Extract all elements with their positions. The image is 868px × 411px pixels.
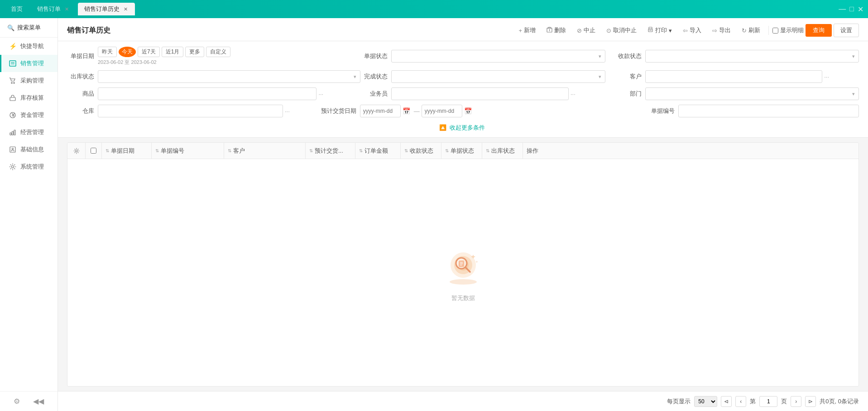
tab-sales-order-history[interactable]: 销售订单历史 ✕: [78, 3, 135, 15]
date-btn-1month[interactable]: 近1月: [162, 47, 184, 57]
search-menu-label: 搜索菜单: [17, 24, 41, 32]
filter-complete-status: 完成状态 ▾: [360, 70, 605, 83]
sales-rep-input[interactable]: [391, 87, 569, 100]
page-number-input[interactable]: [759, 396, 777, 407]
collapse-sidebar-icon[interactable]: ◀◀: [33, 397, 44, 406]
tab-sales-order-close[interactable]: ✕: [63, 6, 70, 12]
th-delivery-label: 预计交货...: [315, 147, 343, 155]
th-amount[interactable]: ⇅ 订单金额: [355, 143, 401, 159]
sidebar-item-operation[interactable]: 经营管理: [0, 124, 58, 141]
th-out-status[interactable]: ⇅ 出库状态: [482, 143, 523, 159]
svg-point-3: [11, 82, 12, 83]
warehouse-input[interactable]: [98, 105, 283, 117]
finance-icon: ¥: [9, 111, 17, 119]
date-btn-custom[interactable]: 自定义: [206, 47, 230, 57]
import-icon: ⇦: [683, 27, 688, 34]
cancel-stop-button[interactable]: ⊙ 取消中止: [602, 24, 641, 37]
th-op-label: 操作: [527, 147, 538, 155]
sidebar-item-quick-nav-label: 快捷导航: [20, 42, 44, 50]
collapse-bar[interactable]: 🔼 收起更多条件: [67, 122, 859, 132]
sidebar-item-system[interactable]: 系统管理: [0, 158, 58, 175]
th-order-no[interactable]: ⇅ 单据编号: [152, 143, 224, 159]
th-customer[interactable]: ⇅ 客户: [224, 143, 306, 159]
sidebar-item-sales-mgmt[interactable]: 销售管理: [0, 55, 58, 72]
sales-rep-more-icon[interactable]: ···: [571, 91, 575, 97]
calendar-to-icon[interactable]: 📅: [464, 107, 472, 115]
th-out-label: 出库状态: [491, 147, 515, 155]
empty-text: 暂无数据: [451, 294, 475, 302]
payment-status-select[interactable]: ▾: [645, 50, 859, 63]
sidebar-item-finance[interactable]: ¥ 资金管理: [0, 106, 58, 124]
sales-rep-label: 业务员: [360, 90, 388, 98]
refresh-button[interactable]: ↻ 刷新: [737, 24, 765, 37]
date-btn-today[interactable]: 今天: [119, 47, 136, 57]
import-button[interactable]: ⇦ 导入: [678, 24, 706, 37]
sidebar-item-basic-info-label: 基础信息: [20, 145, 44, 154]
goods-more-icon[interactable]: ···: [318, 91, 323, 97]
th-settings[interactable]: [67, 143, 86, 159]
per-page-select[interactable]: 50 10 20 100: [694, 396, 717, 407]
delivery-date-from[interactable]: [360, 105, 401, 117]
last-page-button[interactable]: ⊳: [805, 396, 816, 407]
export-button[interactable]: ⇨ 导出: [708, 24, 735, 37]
next-page-button[interactable]: ›: [791, 396, 801, 407]
order-no-label: 单据编号: [647, 107, 675, 115]
sidebar-item-basic-info[interactable]: 基础信息: [0, 141, 58, 158]
check-all-checkbox[interactable]: [91, 148, 96, 154]
tab-sales-order-history-close[interactable]: ✕: [122, 6, 129, 12]
dept-select[interactable]: ▾: [645, 87, 859, 100]
settings-bottom-icon[interactable]: ⚙: [14, 397, 20, 406]
sidebar-item-purchase-mgmt[interactable]: 采购管理: [0, 72, 58, 89]
add-icon: +: [518, 27, 522, 34]
sidebar-item-system-label: 系统管理: [20, 163, 44, 171]
tab-sales-order[interactable]: 销售订单 ✕: [31, 3, 76, 15]
sales-mgmt-icon: [9, 59, 17, 68]
delivery-date-to[interactable]: [422, 105, 462, 117]
th-status-label: 单据状态: [451, 147, 474, 155]
th-operation: 操作: [523, 143, 858, 159]
goods-input[interactable]: [98, 87, 317, 100]
order-status-select[interactable]: ▾: [391, 50, 605, 63]
query-button[interactable]: 查询: [806, 24, 832, 37]
customer-more-icon[interactable]: ···: [824, 73, 829, 80]
th-order-status[interactable]: ⇅ 单据状态: [441, 143, 482, 159]
date-btn-yesterday[interactable]: 昨天: [98, 47, 117, 57]
set-button[interactable]: 设置: [834, 24, 859, 37]
filter-dept: 部门 ▾: [614, 87, 859, 100]
filter-out-status: 出库状态 ▾: [67, 70, 360, 83]
search-menu[interactable]: 🔍 搜索菜单: [0, 18, 58, 38]
tab-home-label: 首页: [11, 5, 23, 13]
tab-home[interactable]: 首页: [5, 3, 29, 15]
date-dash: —: [414, 108, 420, 115]
th-date[interactable]: ⇅ 单据日期: [102, 143, 152, 159]
sort-delivery-icon: ⇅: [309, 148, 313, 153]
out-status-select[interactable]: ▾: [98, 70, 360, 83]
th-check[interactable]: [86, 143, 102, 159]
minimize-icon[interactable]: —: [839, 5, 846, 13]
calendar-from-icon[interactable]: 📅: [403, 107, 410, 115]
warehouse-more-icon[interactable]: ···: [285, 108, 290, 115]
complete-status-select[interactable]: ▾: [391, 70, 605, 83]
display-columns-checkbox[interactable]: [772, 28, 778, 34]
add-button[interactable]: + 新增: [514, 24, 540, 37]
sidebar-item-inventory[interactable]: 库存核算: [0, 89, 58, 106]
close-icon[interactable]: ✕: [858, 5, 863, 14]
export-label: 导出: [719, 26, 731, 34]
customer-input[interactable]: [645, 70, 823, 83]
page-header: 销售订单历史 + 新增 删除 ⊘ 中止 ⊙ 取消中: [58, 18, 868, 41]
print-button[interactable]: 打印 ▾: [643, 24, 676, 37]
print-arrow-icon: ▾: [669, 27, 672, 34]
date-btn-7days[interactable]: 近7天: [138, 47, 160, 57]
stop-button[interactable]: ⊘ 中止: [572, 24, 600, 37]
maximize-icon[interactable]: □: [849, 5, 854, 13]
date-btn-more[interactable]: 更多: [185, 47, 204, 57]
first-page-button[interactable]: ⊲: [721, 396, 732, 407]
display-columns-toggle[interactable]: 显示明细: [772, 26, 804, 34]
th-delivery[interactable]: ⇅ 预计交货...: [306, 143, 355, 159]
order-no-input[interactable]: [678, 105, 859, 117]
complete-status-label: 完成状态: [360, 73, 388, 81]
sidebar-item-quick-nav[interactable]: ⚡ 快捷导航: [0, 38, 58, 55]
th-payment-status[interactable]: ⇅ 收款状态: [401, 143, 441, 159]
delete-button[interactable]: 删除: [542, 24, 571, 37]
prev-page-button[interactable]: ‹: [735, 396, 746, 407]
